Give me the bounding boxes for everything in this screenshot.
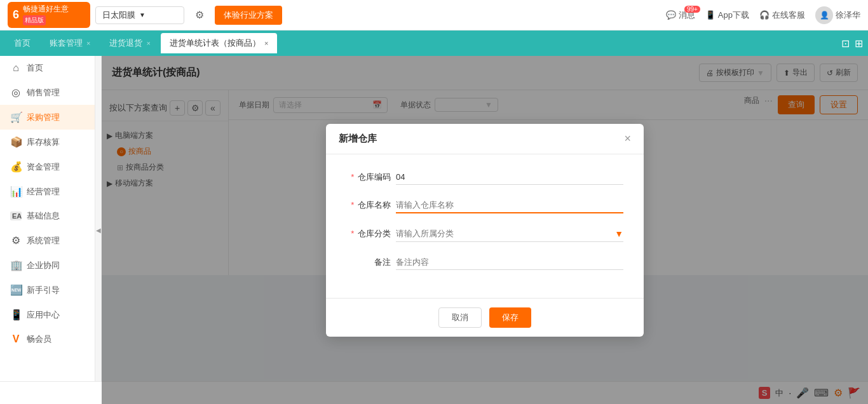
sidebar-item-membership[interactable]: V 畅会员	[0, 327, 95, 351]
tab-purchase-return-label: 进货退货	[109, 37, 142, 49]
sidebar-operations-label: 经营管理	[27, 186, 60, 198]
home-icon: ⌂	[10, 62, 22, 74]
headset-icon: 🎧	[759, 10, 770, 20]
sidebar-item-app-center[interactable]: 📱 应用中心	[0, 302, 95, 327]
tab-expand-icon[interactable]: ⊞	[855, 37, 863, 50]
system-icon: ⚙	[10, 234, 22, 246]
operations-icon: 📊	[10, 185, 22, 198]
note-input[interactable]	[396, 255, 623, 270]
tab-home[interactable]: 首页	[5, 33, 39, 53]
tab-accounts[interactable]: 账套管理 ×	[41, 33, 99, 53]
sidebar-basic-info-label: 基础信息	[27, 210, 60, 222]
sidebar-item-home[interactable]: ⌂ 首页	[0, 56, 95, 80]
left-area: ⌂ 首页 ◎ 销售管理 🛒 采购管理 📦 库存核算 💰 资金管理 📊 经营管	[0, 56, 102, 404]
sidebar-item-sales[interactable]: ◎ 销售管理	[0, 80, 95, 105]
user-item[interactable]: 👤 徐泽华	[815, 6, 860, 24]
warehouse-name-row: * 仓库名称	[346, 198, 623, 213]
tab-purchase-stats-label: 进货单统计表（按商品）	[170, 37, 261, 49]
message-icon: 💬	[666, 10, 676, 20]
tab-actions: ⊡ ⊞	[841, 37, 863, 50]
warehouse-code-label: * 仓库编码	[346, 172, 391, 183]
modal-header: 新增仓库 ×	[326, 124, 644, 154]
sidebar-item-operations[interactable]: 📊 经营管理	[0, 179, 95, 204]
enterprise-icon: 🏢	[10, 259, 22, 271]
logo-badge: 精品版	[23, 15, 46, 25]
tab-purchase-stats[interactable]: 进货单统计表（按商品） ×	[161, 33, 277, 53]
store-name: 日太阳膜	[102, 10, 135, 21]
notification-item[interactable]: 💬 消息 99+	[666, 10, 695, 21]
tab-home-label: 首页	[14, 37, 31, 49]
logo-text-area: 畅捷通好生意 精品版	[23, 4, 69, 25]
required-star-category: *	[351, 229, 354, 238]
sidebar-inventory-label: 库存核算	[27, 137, 60, 148]
sales-icon: ◎	[10, 86, 22, 98]
warehouse-name-label: * 仓库名称	[346, 199, 391, 211]
warehouse-category-select[interactable]: ▼	[396, 226, 623, 242]
finance-icon: 💰	[10, 161, 22, 173]
warehouse-name-input[interactable]	[396, 198, 623, 213]
tab-restore-icon[interactable]: ⊡	[841, 37, 850, 50]
warehouse-category-label: * 仓库分类	[346, 228, 391, 239]
modal-body: * 仓库编码 * 仓库名称	[326, 154, 644, 298]
sidebar-item-finance[interactable]: 💰 资金管理	[0, 154, 95, 179]
sidebar-toggle[interactable]: ◀	[95, 56, 102, 404]
warehouse-code-row: * 仓库编码	[346, 170, 623, 185]
sidebar-purchase-label: 采购管理	[27, 112, 60, 123]
sidebar: ⌂ 首页 ◎ 销售管理 🛒 采购管理 📦 库存核算 💰 资金管理 📊 经营管	[0, 56, 95, 404]
sidebar-enterprise-label: 企业协同	[27, 260, 60, 271]
top-bar: 6 畅捷通好生意 精品版 日太阳膜 ▼ ⚙ 体验行业方案 💬 消息 99+ 📱 …	[0, 0, 868, 30]
top-right-area: 💬 消息 99+ 📱 App下载 🎧 在线客服 👤 徐泽华	[666, 6, 860, 24]
app-download-label: App下载	[718, 10, 749, 21]
sidebar-app-center-label: 应用中心	[27, 309, 60, 321]
tab-bar: 首页 账套管理 × 进货退货 × 进货单统计表（按商品） × ⊡ ⊞	[0, 30, 868, 56]
note-row: 备注	[346, 255, 623, 270]
tab-purchase-stats-close-icon[interactable]: ×	[264, 39, 268, 47]
warehouse-code-label-text: 仓库编码	[358, 172, 391, 182]
warehouse-category-row: * 仓库分类 ▼	[346, 226, 623, 242]
sidebar-item-guide[interactable]: 🆕 新手引导	[0, 278, 95, 302]
sidebar-item-inventory[interactable]: 📦 库存核算	[0, 130, 95, 154]
save-button[interactable]: 保存	[489, 307, 531, 328]
tab-accounts-close-icon[interactable]: ×	[86, 39, 90, 47]
app-center-icon: 📱	[10, 309, 22, 321]
add-warehouse-modal: 新增仓库 × * 仓库编码 *	[326, 124, 644, 337]
sidebar-item-basic-info[interactable]: EA 基础信息	[0, 204, 95, 228]
sidebar-membership-label: 畅会员	[27, 333, 51, 345]
username-label: 徐泽华	[836, 10, 860, 21]
settings-icon[interactable]: ⚙	[189, 5, 210, 25]
sidebar-item-enterprise[interactable]: 🏢 企业协同	[0, 253, 95, 278]
modal-overlay: 新增仓库 × * 仓库编码 *	[102, 56, 868, 404]
sidebar-item-system[interactable]: ⚙ 系统管理	[0, 228, 95, 253]
modal-footer: 取消 保存	[326, 298, 644, 337]
modal-title: 新增仓库	[339, 133, 377, 145]
cancel-button[interactable]: 取消	[438, 307, 482, 328]
warehouse-category-input[interactable]	[396, 229, 614, 238]
notification-badge: 99+	[684, 6, 700, 13]
sidebar-system-label: 系统管理	[27, 235, 60, 246]
tab-accounts-label: 账套管理	[50, 37, 83, 49]
online-service-label: 在线客服	[772, 10, 805, 21]
logo-area[interactable]: 6 畅捷通好生意 精品版	[8, 2, 90, 28]
category-dropdown-icon[interactable]: ▼	[614, 229, 623, 239]
guide-icon: 🆕	[10, 284, 22, 296]
logo-icon: 6	[13, 8, 19, 22]
required-star-name: *	[351, 200, 354, 210]
app-download-item[interactable]: 📱 App下载	[705, 10, 749, 21]
purchase-icon: 🛒	[10, 111, 22, 123]
online-service-item[interactable]: 🎧 在线客服	[759, 10, 805, 21]
modal-close-icon[interactable]: ×	[624, 133, 631, 144]
required-star-code: *	[351, 172, 354, 182]
trial-button[interactable]: 体验行业方案	[215, 6, 282, 25]
store-chevron-icon: ▼	[139, 11, 146, 18]
membership-icon: V	[10, 333, 22, 345]
tab-purchase-return[interactable]: 进货退货 ×	[100, 33, 159, 53]
warehouse-code-input[interactable]	[396, 170, 623, 185]
avatar: 👤	[815, 6, 833, 24]
store-selector[interactable]: 日太阳膜 ▼	[95, 6, 184, 24]
content-area: 进货单统计(按商品) 🖨 按模板打印 ▼ ⬆ 导出 ↺ 刷新	[102, 56, 868, 404]
tab-purchase-return-close-icon[interactable]: ×	[146, 39, 150, 47]
sidebar-item-purchase[interactable]: 🛒 采购管理	[0, 105, 95, 130]
inventory-icon: 📦	[10, 136, 22, 148]
warehouse-category-label-text: 仓库分类	[358, 229, 391, 238]
sidebar-finance-label: 资金管理	[27, 161, 60, 173]
